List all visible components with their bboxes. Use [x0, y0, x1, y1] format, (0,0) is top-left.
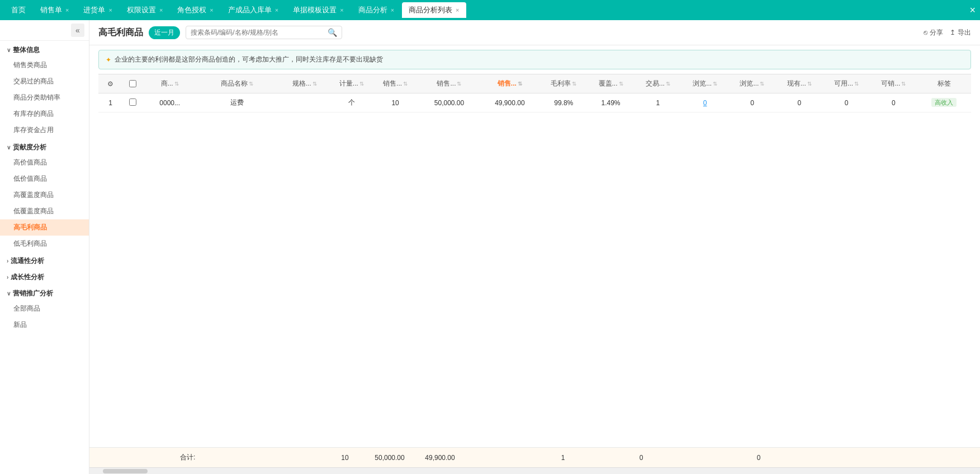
select-all-checkbox[interactable] — [129, 80, 136, 87]
tab-product-analysis-list[interactable]: 商品分析列表 × — [402, 2, 466, 18]
scroll-thumb[interactable] — [103, 469, 148, 473]
tab-permission-settings[interactable]: 权限设置 × — [120, 2, 169, 18]
footer-totals: 合计: 10 50,000.00 49,900.00 1 0 0 — [89, 447, 980, 467]
row-spec — [277, 93, 331, 112]
row-cover: 1.49% — [587, 93, 634, 112]
share-button[interactable]: ⎋ 分享 — [924, 28, 943, 37]
sidebar-item-high-value[interactable]: 高价值商品 — [0, 154, 89, 171]
sidebar-item-high-gross[interactable]: 高毛利商品 — [0, 219, 89, 236]
th-sales-profit[interactable]: 销售... ⇅ — [480, 74, 540, 93]
sidebar-group-liquidity[interactable]: › 流通性分析 — [0, 252, 89, 268]
tab-close-template[interactable]: × — [340, 7, 343, 13]
tab-home[interactable]: 首页 — [4, 2, 32, 18]
window-close-button[interactable]: × — [969, 4, 976, 16]
search-icon[interactable]: 🔍 — [328, 28, 337, 37]
star-icon: ✦ — [106, 56, 111, 64]
export-button[interactable]: ↥ 导出 — [950, 28, 971, 37]
th-settings[interactable]: ⚙ — [98, 74, 122, 93]
footer-sales-amt: 50,000.00 — [364, 454, 415, 462]
sidebar-group-growth[interactable]: › 成长性分析 — [0, 268, 89, 284]
row-avail: 0 — [823, 93, 870, 112]
tab-purchase-order[interactable]: 进货单 × — [77, 2, 119, 18]
tab-product-analysis[interactable]: 商品分析 × — [352, 2, 401, 18]
row-sales-profit: 49,900.00 — [480, 93, 540, 112]
sidebar-group-overall[interactable]: ∨ 整体信息 — [0, 41, 89, 57]
tab-close-role-auth[interactable]: × — [210, 7, 213, 13]
content-header: 高毛利商品 近一月 🔍 ⎋ 分享 ↥ 导出 — [89, 20, 980, 45]
th-cover[interactable]: 覆盖... ⇅ — [587, 74, 634, 93]
search-input[interactable] — [191, 29, 324, 36]
sort-icon: ⇅ — [457, 81, 461, 87]
info-banner: ✦ 企业的主要的利润都是这部分商品创造的，可考虑加大推广，同时关注库存是不要出现… — [98, 50, 971, 69]
sidebar-group-marketing[interactable]: ∨ 营销推广分析 — [0, 284, 89, 301]
sort-icon: ⇅ — [901, 81, 906, 87]
tab-role-auth[interactable]: 角色授权 × — [171, 2, 220, 18]
tab-close-product-instock[interactable]: × — [275, 7, 278, 13]
table-header-row: ⚙ 商... ⇅ 商品名称 — [98, 74, 971, 93]
th-stock[interactable]: 现有... ⇅ — [776, 74, 823, 93]
sidebar-item-category-assist-rate[interactable]: 商品分类助销率 — [0, 90, 89, 106]
sidebar-item-new-goods[interactable]: 新品 — [0, 317, 89, 333]
footer-trade: 1 — [543, 454, 583, 462]
footer-sales-profit: 49,900.00 — [415, 454, 465, 462]
tab-close-product-analysis[interactable]: × — [391, 7, 394, 13]
row-checkbox[interactable] — [129, 98, 136, 106]
row-code: 0000... — [143, 93, 196, 112]
footer-sellable: 0 — [739, 454, 778, 462]
sidebar-group-contribution[interactable]: ∨ 贡献度分析 — [0, 138, 89, 154]
search-box: 🔍 — [186, 26, 342, 39]
sort-icon: ⇅ — [313, 81, 317, 87]
sidebar-item-stock-capital[interactable]: 库存资金占用 — [0, 122, 89, 138]
data-table: ⚙ 商... ⇅ 商品名称 — [98, 74, 971, 112]
th-browse2[interactable]: 浏览... ⇅ — [728, 74, 775, 93]
tab-sales-order[interactable]: 销售单 × — [34, 2, 75, 18]
th-gross-rate[interactable]: 毛利率 ⇅ — [540, 74, 587, 93]
row-browse1[interactable]: 0 — [681, 93, 728, 112]
arrow-icon: ∨ — [7, 47, 11, 53]
tab-close-permission[interactable]: × — [159, 7, 163, 13]
sort-icon: ⇅ — [359, 81, 364, 87]
sidebar-item-sales-goods[interactable]: 销售类商品 — [0, 57, 89, 73]
time-filter-button[interactable]: 近一月 — [149, 26, 180, 39]
sort-icon: ⇅ — [713, 81, 717, 87]
sort-icon: ⇅ — [518, 81, 522, 87]
th-sellable[interactable]: 可销... ⇅ — [870, 74, 917, 93]
th-sales-qty[interactable]: 销售... ⇅ — [372, 74, 419, 93]
th-trade[interactable]: 交易... ⇅ — [635, 74, 681, 93]
sort-icon: ⇅ — [760, 81, 764, 87]
th-sales-amt[interactable]: 销售... ⇅ — [419, 74, 479, 93]
row-checkbox-cell[interactable] — [122, 93, 143, 112]
page-title: 高毛利商品 — [98, 27, 143, 39]
sidebar-collapse-button[interactable]: « — [71, 24, 84, 37]
sidebar-item-goods-in-stock[interactable]: 有库存的商品 — [0, 106, 89, 122]
th-browse1[interactable]: 浏览... ⇅ — [681, 74, 728, 93]
tab-close-sales-order[interactable]: × — [65, 7, 69, 13]
footer-browse2: 0 — [622, 454, 661, 462]
footer-sales-qty: 10 — [325, 454, 364, 462]
th-code[interactable]: 商... ⇅ — [143, 74, 196, 93]
sidebar-item-traded-goods[interactable]: 交易过的商品 — [0, 73, 89, 90]
sidebar-item-all-goods[interactable]: 全部商品 — [0, 301, 89, 317]
th-avail[interactable]: 可用... ⇅ — [823, 74, 870, 93]
th-name[interactable]: 商品名称 ⇅ — [197, 74, 278, 93]
row-browse2: 0 — [728, 93, 775, 112]
sidebar-item-low-gross[interactable]: 低毛利商品 — [0, 236, 89, 252]
tab-close-product-analysis-list[interactable]: × — [456, 7, 459, 13]
th-checkbox[interactable] — [122, 74, 143, 93]
tab-template-settings[interactable]: 单据模板设置 × — [286, 2, 350, 18]
sidebar-item-high-coverage[interactable]: 高覆盖度商品 — [0, 187, 89, 203]
sidebar-item-low-coverage[interactable]: 低覆盖度商品 — [0, 203, 89, 219]
tab-close-purchase-order[interactable]: × — [108, 7, 112, 13]
row-tag: 高收入 — [917, 93, 971, 112]
row-product-name: 运费 — [197, 93, 278, 112]
th-spec[interactable]: 规格... ⇅ — [277, 74, 331, 93]
sort-icon: ⇅ — [619, 81, 623, 87]
row-unit: 个 — [332, 93, 372, 112]
horizontal-scrollbar[interactable] — [89, 467, 980, 474]
row-stock: 0 — [776, 93, 823, 112]
sort-icon: ⇅ — [854, 81, 859, 87]
sidebar-item-low-value[interactable]: 低价值商品 — [0, 171, 89, 187]
row-num: 1 — [98, 93, 122, 112]
tab-product-instock[interactable]: 产成品入库单 × — [221, 2, 285, 18]
th-unit[interactable]: 计量... ⇅ — [332, 74, 372, 93]
